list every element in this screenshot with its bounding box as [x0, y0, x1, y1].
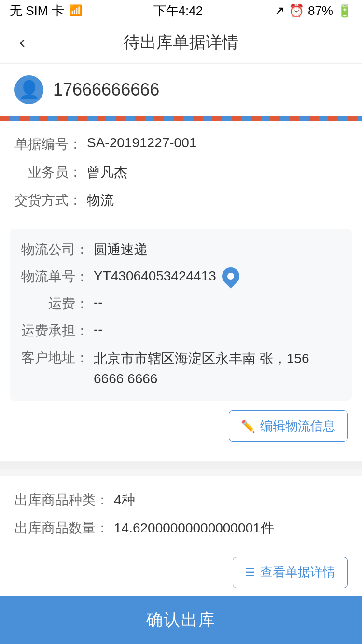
back-button[interactable]: ‹ [14, 28, 30, 57]
salesperson-value: 曾凡杰 [87, 163, 348, 182]
battery-label: 87% [308, 3, 333, 18]
customer-phone: 17666666666 [53, 80, 159, 100]
status-right: ↗ ⏰ 87% 🔋 [274, 3, 352, 18]
logistics-freightbearer-value: -- [94, 322, 341, 337]
view-details-row: ☰ 查看单据详情 [14, 547, 348, 588]
order-number-row: 单据编号： SA-20191227-001 [14, 135, 348, 154]
logistics-address-row: 客户地址： 北京市市辖区海淀区永丰南 张，156 6666 6666 [21, 349, 341, 389]
edit-logistics-label: 编辑物流信息 [260, 418, 335, 434]
logistics-company-label: 物流公司： [21, 240, 89, 259]
carrier-label: 无 SIM 卡 [10, 2, 64, 19]
logistics-freightbearer-label: 运费承担： [21, 322, 89, 340]
wifi-icon: 📶 [69, 4, 82, 17]
delivery-value: 物流 [87, 191, 348, 210]
section-divider-1 [0, 461, 362, 469]
delivery-label: 交货方式： [14, 191, 82, 210]
goods-type-row: 出库商品种类： 4种 [14, 491, 348, 509]
page-title: 待出库单据详情 [124, 31, 238, 54]
status-time: 下午4:42 [153, 2, 203, 19]
edit-icon: ✏️ [241, 420, 255, 433]
logistics-company-row: 物流公司： 圆通速递 [21, 240, 341, 259]
logistics-freightbearer-row: 运费承担： -- [21, 322, 341, 340]
goods-quantity-row: 出库商品数量： 14.62000000000000001件 [14, 519, 348, 537]
battery-icon: 🔋 [337, 3, 352, 18]
view-details-label: 查看单据详情 [260, 564, 335, 581]
logistics-tracking-value: YT43064053424413 [94, 267, 341, 285]
edit-logistics-button[interactable]: ✏️ 编辑物流信息 [229, 410, 348, 442]
location-pin-icon[interactable] [218, 264, 243, 289]
status-bar: 无 SIM 卡 📶 下午4:42 ↗ ⏰ 87% 🔋 [0, 0, 362, 21]
delivery-row: 交货方式： 物流 [14, 191, 348, 210]
salesperson-label: 业务员： [14, 163, 82, 182]
logistics-tracking-row: 物流单号： YT43064053424413 [21, 267, 341, 286]
goods-type-label: 出库商品种类： [14, 491, 109, 509]
goods-quantity-value: 14.62000000000000001件 [114, 519, 274, 537]
person-icon: 👤 [18, 80, 40, 100]
alarm-icon: ⏰ [289, 3, 304, 18]
logistics-freight-row: 运费： -- [21, 294, 341, 313]
view-details-button[interactable]: ☰ 查看单据详情 [233, 557, 348, 588]
confirm-button[interactable]: 确认出库 [0, 596, 362, 644]
nav-bar: ‹ 待出库单据详情 [0, 21, 362, 64]
logistics-freight-label: 运费： [21, 294, 89, 313]
logistics-address-label: 客户地址： [21, 349, 89, 367]
customer-header: 👤 17666666666 [0, 64, 362, 116]
list-icon: ☰ [245, 566, 255, 579]
logistics-freight-value: -- [94, 294, 341, 310]
edit-logistics-row: ✏️ 编辑物流信息 [0, 401, 362, 451]
order-info-section: 单据编号： SA-20191227-001 业务员： 曾凡杰 交货方式： 物流 [0, 121, 362, 229]
status-left: 无 SIM 卡 📶 [10, 2, 82, 19]
order-number-value: SA-20191227-001 [87, 135, 348, 151]
dashed-divider [0, 116, 362, 121]
logistics-company-value: 圆通速递 [94, 240, 341, 259]
avatar: 👤 [14, 75, 43, 104]
goods-quantity-label: 出库商品数量： [14, 519, 109, 537]
location-icon: ↗ [274, 3, 285, 18]
salesperson-row: 业务员： 曾凡杰 [14, 163, 348, 182]
order-number-label: 单据编号： [14, 135, 82, 154]
goods-section: 出库商品种类： 4种 出库商品数量： 14.62000000000000001件… [0, 476, 362, 598]
logistics-tracking-label: 物流单号： [21, 267, 89, 286]
goods-type-value: 4种 [114, 491, 135, 509]
logistics-card: 物流公司： 圆通速递 物流单号： YT43064053424413 运费： --… [10, 229, 352, 401]
logistics-section: 物流公司： 圆通速递 物流单号： YT43064053424413 运费： --… [0, 229, 362, 461]
confirm-button-label: 确认出库 [146, 609, 216, 631]
logistics-address-value: 北京市市辖区海淀区永丰南 张，156 6666 6666 [94, 349, 341, 389]
